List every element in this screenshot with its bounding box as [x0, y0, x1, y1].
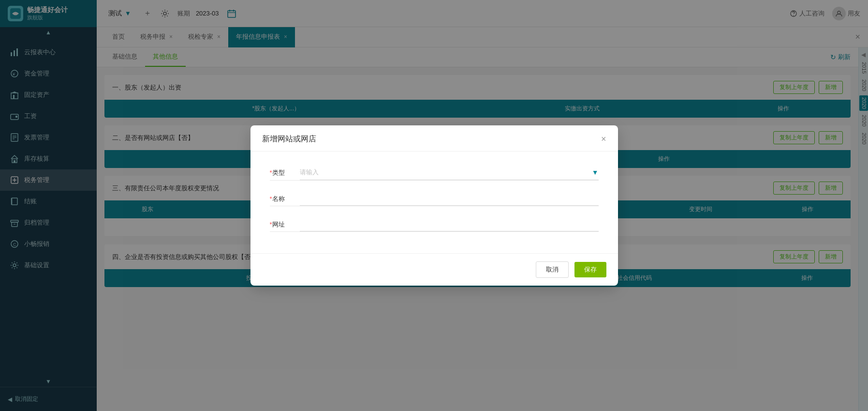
- dialog-header: 新增网站或网店 ×: [250, 125, 618, 152]
- dialog-add-website: 新增网站或网店 × *类型 请输入 ▼: [250, 125, 618, 286]
- dialog-title: 新增网站或网店: [262, 134, 316, 144]
- type-label: *类型: [270, 168, 294, 177]
- name-label-text: 名称: [272, 195, 285, 202]
- dialog-footer: 取消 保存: [250, 253, 618, 286]
- form-field-url: *网址: [270, 218, 599, 231]
- url-label: *网址: [270, 220, 294, 229]
- form-field-type: *类型 请输入 ▼: [270, 165, 599, 180]
- name-label: *名称: [270, 195, 294, 203]
- form-row-type: *类型 请输入 ▼: [270, 165, 599, 181]
- type-select[interactable]: 请输入 ▼: [300, 165, 599, 180]
- form-row-name: *名称: [270, 192, 599, 206]
- url-input[interactable]: [300, 218, 599, 231]
- type-placeholder: 请输入: [300, 168, 592, 177]
- save-button[interactable]: 保存: [574, 262, 606, 277]
- type-label-text: 类型: [272, 169, 285, 176]
- modal-overlay[interactable]: 新增网站或网店 × *类型 请输入 ▼: [0, 0, 868, 411]
- form-field-name: *名称: [270, 192, 599, 206]
- type-dropdown-icon: ▼: [592, 168, 599, 176]
- dialog-close-button[interactable]: ×: [601, 134, 606, 144]
- cancel-button[interactable]: 取消: [536, 261, 569, 278]
- form-row-url: *网址: [270, 218, 599, 232]
- dialog-body: *类型 请输入 ▼ *名称: [250, 152, 618, 253]
- url-label-text: 网址: [272, 221, 285, 228]
- name-input[interactable]: [300, 192, 599, 206]
